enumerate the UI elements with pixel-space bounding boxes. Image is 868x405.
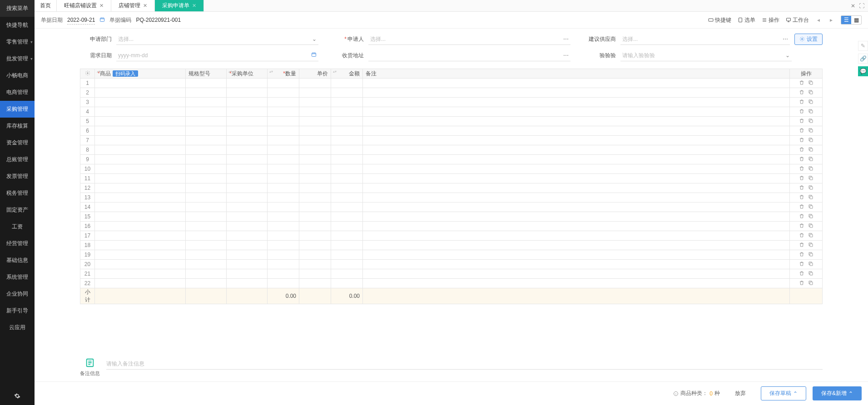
table-row[interactable]: 19 — [80, 250, 823, 260]
copy-row-icon[interactable] — [808, 185, 813, 192]
table-row[interactable]: 8 — [80, 145, 823, 155]
sidebar-item-0[interactable]: 搜索菜单 — [0, 0, 35, 17]
copy-row-icon[interactable] — [808, 194, 813, 201]
shortcuts-link[interactable]: 快捷键 — [708, 16, 731, 24]
copy-row-icon[interactable] — [808, 128, 813, 134]
tab-0[interactable]: 首页 — [35, 0, 57, 11]
workbench-link[interactable]: 工作台 — [786, 16, 809, 24]
need-date-input[interactable] — [116, 49, 318, 61]
sidebar-item-10[interactable]: 发票管理 — [0, 168, 35, 185]
ship-addr-select[interactable]: ⋯ — [368, 49, 570, 61]
sidebar-item-3[interactable]: 批发管理 — [0, 50, 35, 67]
delete-row-icon[interactable] — [799, 109, 804, 115]
rail-chat-icon[interactable]: 💬 — [858, 66, 868, 76]
view-grid-icon[interactable]: ▦ — [851, 16, 861, 24]
sidebar-item-2[interactable]: 零售管理 — [0, 34, 35, 50]
operation-link[interactable]: 操作 — [762, 16, 779, 24]
settings-button[interactable]: 设置 — [794, 34, 823, 45]
sidebar-item-17[interactable]: 企业协同 — [0, 286, 35, 302]
table-row[interactable]: 9 — [80, 155, 823, 164]
copy-row-icon[interactable] — [808, 118, 813, 125]
copy-row-icon[interactable] — [808, 166, 813, 173]
copy-row-icon[interactable] — [808, 175, 813, 182]
table-row[interactable]: 16 — [80, 222, 823, 231]
sidebar-item-19[interactable]: 云应用 — [0, 319, 35, 336]
copy-row-icon[interactable] — [808, 232, 813, 239]
sidebar-item-16[interactable]: 系统管理 — [0, 269, 35, 286]
close-icon[interactable]: ✕ — [192, 3, 196, 9]
copy-row-icon[interactable] — [808, 137, 813, 144]
doc-date-value[interactable]: 2022-09-21 — [67, 16, 95, 25]
copy-row-icon[interactable] — [808, 252, 813, 258]
copy-row-icon[interactable] — [808, 271, 813, 277]
dept-select[interactable]: ⌄ — [116, 33, 318, 45]
delete-row-icon[interactable] — [799, 137, 804, 144]
copy-row-icon[interactable] — [808, 261, 813, 268]
delete-row-icon[interactable] — [799, 175, 804, 182]
close-icon[interactable]: ✕ — [99, 3, 104, 9]
delete-row-icon[interactable] — [799, 99, 804, 106]
delete-row-icon[interactable] — [799, 204, 804, 211]
sidebar-item-8[interactable]: 资金管理 — [0, 134, 35, 151]
delete-row-icon[interactable] — [799, 242, 804, 249]
copy-row-icon[interactable] — [808, 80, 813, 87]
col-qty[interactable]: ▴▾*数量 — [268, 69, 299, 79]
sidebar-item-13[interactable]: 工资 — [0, 218, 35, 235]
delete-row-icon[interactable] — [799, 252, 804, 258]
delete-row-icon[interactable] — [799, 166, 804, 173]
delete-row-icon[interactable] — [799, 271, 804, 277]
tab-1[interactable]: 旺铺店铺设置✕ — [57, 0, 111, 11]
tab-2[interactable]: 店铺管理✕ — [111, 0, 155, 11]
close-icon[interactable]: ✕ — [143, 3, 147, 9]
delete-row-icon[interactable] — [799, 118, 804, 125]
sidebar-item-15[interactable]: 基础信息 — [0, 252, 35, 269]
tab-3[interactable]: 采购申请单✕ — [155, 0, 204, 11]
copy-row-icon[interactable] — [808, 213, 813, 220]
delete-row-icon[interactable] — [799, 261, 804, 268]
table-row[interactable]: 7 — [80, 136, 823, 145]
sidebar-item-5[interactable]: 电商管理 — [0, 84, 35, 101]
delete-row-icon[interactable] — [799, 194, 804, 201]
copy-row-icon[interactable] — [808, 99, 813, 106]
sidebar-item-18[interactable]: 新手引导 — [0, 302, 35, 319]
save-draft-button[interactable]: 保存草稿 ⌃ — [761, 386, 806, 400]
col-spec[interactable]: 规格型号 — [186, 69, 227, 79]
table-row[interactable]: 18 — [80, 241, 823, 250]
sidebar-item-7[interactable]: 库存核算 — [0, 118, 35, 134]
copy-row-icon[interactable] — [808, 242, 813, 249]
delete-row-icon[interactable] — [799, 80, 804, 87]
rail-link-icon[interactable]: 🔗 — [858, 54, 868, 64]
table-row[interactable]: 3 — [80, 98, 823, 107]
delete-row-icon[interactable] — [799, 223, 804, 230]
save-new-button[interactable]: 保存&新增 ⌃ — [813, 386, 862, 400]
select-doc-link[interactable]: 选单 — [738, 16, 755, 24]
sidebar-item-12[interactable]: 固定资产 — [0, 202, 35, 218]
table-row[interactable]: 2 — [80, 88, 823, 98]
copy-row-icon[interactable] — [808, 89, 813, 96]
copy-row-icon[interactable] — [808, 204, 813, 211]
col-price[interactable]: 单价 — [299, 69, 331, 79]
table-row[interactable]: 10 — [80, 164, 823, 174]
sidebar-settings[interactable] — [0, 388, 35, 405]
delete-row-icon[interactable] — [799, 185, 804, 192]
scan-badge[interactable]: 扫码录入 — [113, 70, 138, 77]
copy-row-icon[interactable] — [808, 109, 813, 115]
delete-row-icon[interactable] — [799, 89, 804, 96]
calendar-icon[interactable] — [99, 17, 105, 24]
sidebar-item-1[interactable]: 快捷导航 — [0, 17, 35, 34]
copy-row-icon[interactable] — [808, 156, 813, 163]
table-row[interactable]: 4 — [80, 107, 823, 117]
inspector-input[interactable]: ⌄ — [620, 49, 792, 61]
tab-close-all-icon[interactable]: ✕ — [851, 3, 855, 9]
fullscreen-icon[interactable]: ⛶ — [859, 3, 864, 9]
table-row[interactable]: 22 — [80, 279, 823, 288]
delete-row-icon[interactable] — [799, 156, 804, 163]
discard-button[interactable]: 放弃 — [726, 386, 754, 400]
view-list-icon[interactable]: ☰ — [841, 16, 851, 24]
table-row[interactable]: 12 — [80, 183, 823, 193]
delete-row-icon[interactable] — [799, 147, 804, 153]
table-row[interactable]: 13 — [80, 193, 823, 202]
table-row[interactable]: 15 — [80, 212, 823, 222]
col-remark[interactable]: 备注 — [363, 69, 790, 79]
gear-header[interactable] — [80, 69, 95, 79]
